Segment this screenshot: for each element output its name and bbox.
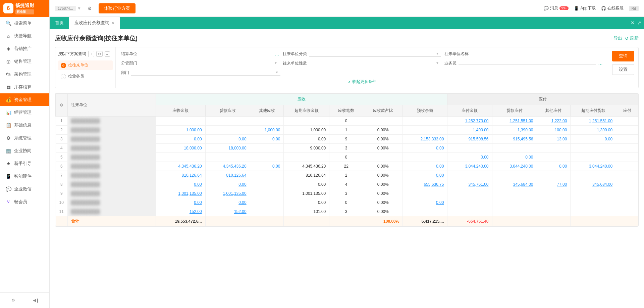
setting-btn[interactable]: 设置: [612, 64, 634, 75]
table-cell[interactable]: 4,345,436.20: [205, 162, 250, 171]
sidebar-item-wechat[interactable]: 💬 企业微信: [0, 183, 49, 195]
table-cell[interactable]: 915,495.56: [492, 135, 537, 144]
table-cell[interactable]: [156, 153, 205, 162]
sidebar-settings-btn[interactable]: ⚙: [3, 296, 23, 305]
table-cell[interactable]: [447, 207, 492, 216]
table-cell[interactable]: 1,222.00: [537, 117, 571, 126]
table-link[interactable]: 77.00: [557, 182, 567, 187]
table-cell[interactable]: [492, 207, 537, 216]
table-cell[interactable]: [447, 171, 492, 180]
filter-yewuyuan-input[interactable]: [459, 62, 596, 64]
table-cell[interactable]: [571, 171, 616, 180]
sidebar-item-fund[interactable]: 💰 资金管理: [0, 93, 49, 106]
table-link[interactable]: 0.00: [272, 137, 280, 141]
table-cell[interactable]: 0.00: [205, 198, 250, 207]
table-cell[interactable]: [537, 153, 571, 162]
table-cell[interactable]: 18,000.00: [156, 144, 205, 153]
refresh-btn[interactable]: ↺ 刷新: [625, 35, 639, 41]
table-cell[interactable]: 0.00: [403, 171, 447, 180]
table-cell[interactable]: 0.00: [492, 153, 537, 162]
sidebar-item-management[interactable]: 📊 经营管理: [0, 106, 49, 119]
table-cell[interactable]: 3,044,240.00: [447, 162, 492, 171]
table-cell[interactable]: 77.00: [537, 180, 571, 189]
table-cell[interactable]: 0.00: [403, 198, 447, 207]
table-link[interactable]: 1,251,551.00: [589, 119, 612, 123]
table-cell[interactable]: 0.00: [250, 135, 284, 144]
filter-jiesuan-dots[interactable]: …: [275, 51, 279, 56]
table-cell[interactable]: 1,390.00: [571, 126, 616, 135]
table-cell[interactable]: [205, 126, 250, 135]
table-link[interactable]: 3,044,240.00: [509, 164, 533, 169]
sidebar-item-purchase[interactable]: 🛍 采购管理: [0, 68, 49, 81]
table-link[interactable]: 152.00: [190, 209, 202, 214]
table-link[interactable]: 1,222.00: [551, 119, 567, 123]
query-btn[interactable]: 查询: [612, 51, 634, 61]
sidebar-item-search[interactable]: 🔍 搜索菜单: [0, 17, 49, 30]
table-cell[interactable]: 3,044,240.00: [492, 162, 537, 171]
table-cell[interactable]: [250, 153, 284, 162]
table-link[interactable]: 0.00: [238, 182, 246, 187]
message-btn[interactable]: 💬 消息 99+: [544, 5, 569, 11]
table-cell[interactable]: 18,000.00: [205, 144, 250, 153]
sidebar-item-member[interactable]: V 畅会员: [0, 195, 49, 208]
table-cell[interactable]: [403, 153, 447, 162]
table-link[interactable]: 0.00: [238, 200, 246, 205]
table-link[interactable]: 810,126.64: [226, 173, 247, 178]
table-cell[interactable]: [537, 171, 571, 180]
table-cell[interactable]: 0.00: [205, 135, 250, 144]
online-service-btn[interactable]: 🎧 在线客服: [601, 5, 624, 11]
table-cell[interactable]: 345,684.00: [571, 180, 616, 189]
table-cell[interactable]: 1,390.00: [492, 126, 537, 135]
table-link[interactable]: 810,126.64: [182, 173, 202, 178]
filter-fenguan-select[interactable]: ▼: [139, 60, 279, 66]
table-cell[interactable]: [250, 117, 284, 126]
scheme-settings-icon[interactable]: ⊙: [96, 51, 103, 57]
tab-ar-ap[interactable]: 应收应付余额查询 ✕: [69, 17, 120, 29]
table-cell[interactable]: 345,684.00: [492, 180, 537, 189]
table-cell[interactable]: [205, 117, 250, 126]
table-cell[interactable]: [250, 180, 284, 189]
table-cell[interactable]: [447, 189, 492, 198]
add-scheme-btn[interactable]: +: [88, 51, 94, 57]
table-link[interactable]: 0.00: [436, 173, 444, 178]
table-cell[interactable]: 0.00: [205, 180, 250, 189]
table-cell[interactable]: 152.00: [205, 207, 250, 216]
table-link[interactable]: 18,000.00: [228, 146, 246, 150]
table-cell[interactable]: [250, 207, 284, 216]
table-link[interactable]: 13.00: [557, 137, 567, 141]
table-cell[interactable]: [492, 144, 537, 153]
app-download-btn[interactable]: 📱 App下载: [574, 5, 595, 11]
table-cell[interactable]: 2,153,333.00: [403, 135, 447, 144]
table-cell[interactable]: [571, 198, 616, 207]
table-link[interactable]: 0.00: [194, 182, 202, 187]
table-cell[interactable]: 655,636.75: [403, 180, 447, 189]
table-cell[interactable]: 0.00: [156, 198, 205, 207]
tab-home[interactable]: 首页: [50, 17, 69, 29]
table-cell[interactable]: 1,251,551.00: [492, 117, 537, 126]
table-cell[interactable]: 0.00: [156, 180, 205, 189]
sidebar-item-marketing[interactable]: ◈ 营销推广: [0, 42, 49, 55]
table-cell[interactable]: 100.00: [537, 126, 571, 135]
scheme-back-icon[interactable]: «: [105, 51, 110, 57]
table-cell[interactable]: 0.00: [403, 162, 447, 171]
scheme-by-salesman[interactable]: ○ 按业务员: [58, 72, 113, 81]
table-cell[interactable]: [571, 144, 616, 153]
sidebar-item-basic[interactable]: 📋 基础信息: [0, 119, 49, 132]
table-cell[interactable]: [571, 153, 616, 162]
table-cell[interactable]: [492, 171, 537, 180]
table-cell[interactable]: [492, 198, 537, 207]
table-link[interactable]: 0.00: [481, 155, 488, 160]
table-link[interactable]: 0.00: [436, 164, 444, 169]
maximize-icon[interactable]: ⤢: [637, 20, 641, 26]
table-cell[interactable]: 1,000.00: [250, 126, 284, 135]
table-cell[interactable]: 1,001,135.00: [205, 189, 250, 198]
table-link[interactable]: 1,001,135.00: [178, 191, 202, 196]
table-cell[interactable]: [250, 144, 284, 153]
table-link[interactable]: 345,684.00: [592, 182, 612, 187]
table-link[interactable]: 345,761.00: [468, 182, 488, 187]
scheme-by-partner[interactable]: ⊙ 按往来单位: [58, 60, 113, 70]
industry-solution-btn[interactable]: 体验行业方案: [99, 3, 136, 13]
filter-jiesuan-input[interactable]: [139, 53, 273, 55]
table-cell[interactable]: [250, 171, 284, 180]
table-cell[interactable]: [537, 144, 571, 153]
